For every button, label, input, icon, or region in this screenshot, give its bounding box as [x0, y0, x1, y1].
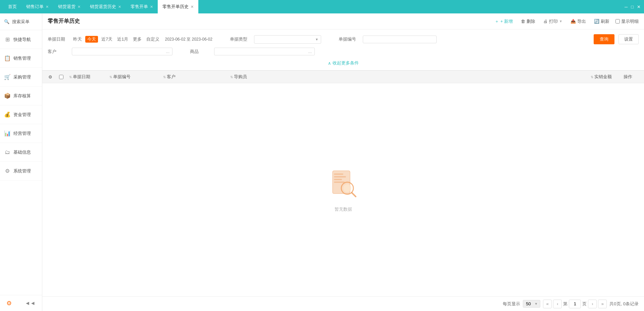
page-title: 零售开单历史: [48, 18, 80, 25]
content-area: 零售开单历史 ＋ + 新增 🗑 删除 🖨 打印 ▼ 📤 导出: [42, 13, 644, 311]
svg-point-6: [343, 184, 351, 192]
th-customer[interactable]: ⇅ 客户: [160, 74, 228, 80]
date-shortcut-yesterday[interactable]: 昨天: [72, 36, 83, 43]
last-page-icon: »: [601, 301, 604, 306]
date-shortcut-1month[interactable]: 近1月: [116, 36, 130, 43]
sidebar-item-finance[interactable]: 💰 资金管理: [0, 105, 42, 124]
show-detail-input[interactable]: [615, 19, 620, 23]
finance-icon: 💰: [4, 111, 11, 118]
query-button[interactable]: 查询: [594, 34, 614, 44]
th-num[interactable]: ⇅ 单据编号: [107, 74, 160, 80]
th-amount[interactable]: ⇅ 实销金额: [581, 74, 614, 80]
tab-close-sales-return-history[interactable]: ✕: [118, 5, 121, 9]
tab-close-retail-open[interactable]: ✕: [150, 5, 153, 9]
sort-icon-date: ⇅: [69, 75, 72, 79]
delete-button[interactable]: 🗑 删除: [519, 17, 537, 26]
tab-home[interactable]: 首页: [3, 0, 21, 13]
settings-button[interactable]: 设置: [618, 34, 639, 44]
num-input-wrap: [363, 36, 437, 43]
type-select[interactable]: [254, 35, 321, 44]
next-page-icon: ›: [592, 301, 593, 306]
date-shortcut-7days[interactable]: 近7天: [100, 36, 114, 43]
sys-mgmt-icon: ⚙: [4, 168, 11, 174]
th-check[interactable]: [56, 75, 66, 79]
tab-close-sales-order[interactable]: ✕: [46, 5, 49, 9]
page-number-input[interactable]: [569, 300, 581, 308]
sidebar-item-sys-mgmt[interactable]: ⚙ 系统管理: [0, 162, 42, 180]
sort-icon-salesperson: ⇅: [230, 75, 233, 79]
page-suffix: 页: [582, 301, 587, 307]
sidebar-collapse-btn[interactable]: ◄◄: [25, 300, 36, 306]
th-salesperson[interactable]: ⇅ 导购员: [228, 74, 268, 80]
table-wrap: ⚙ ⇅ 单据日期 ⇅ 单据编号 ⇅ 客户 ⇅: [42, 70, 644, 311]
operation-icon: 📊: [4, 130, 11, 137]
type-select-wrap: [254, 35, 321, 44]
first-page-btn[interactable]: «: [543, 300, 552, 308]
table-settings-icon[interactable]: ⚙: [48, 74, 52, 80]
next-page-btn[interactable]: ›: [588, 300, 597, 308]
th-date[interactable]: ⇅ 单据日期: [66, 74, 107, 80]
svg-line-7: [352, 193, 356, 197]
goods-input-wrap: ...: [214, 48, 315, 55]
tab-close-retail-history[interactable]: ✕: [191, 5, 194, 9]
toolbar: ＋ + 新增 🗑 删除 🖨 打印 ▼ 📤 导出 🔄: [493, 17, 639, 26]
per-page-select[interactable]: 20 50 100: [523, 300, 540, 308]
collapse-filter-btn[interactable]: ∧ 收起更多条件: [48, 59, 639, 67]
empty-state: 暂无数据: [42, 83, 644, 296]
goods-input[interactable]: [217, 49, 308, 54]
num-input[interactable]: [366, 37, 434, 42]
new-button[interactable]: ＋ + 新增: [493, 17, 515, 26]
sidebar-item-basic-info[interactable]: 🗂 基础信息: [0, 143, 42, 162]
prev-page-btn[interactable]: ‹: [553, 300, 562, 308]
sidebar-item-operation[interactable]: 📊 经营管理: [0, 124, 42, 143]
sidebar-bottom: ⚙ ◄◄: [0, 295, 42, 311]
maximize-btn[interactable]: □: [631, 4, 634, 9]
close-window-btn[interactable]: ✕: [637, 4, 641, 9]
date-shortcuts: 昨天 今天 近7天 近1月 更多 自定义: [72, 36, 161, 43]
print-button[interactable]: 🖨 打印 ▼: [541, 17, 564, 26]
tab-sales-return[interactable]: 销货退货 ✕: [53, 0, 85, 13]
page-nav: « ‹ 第 页 › »: [543, 300, 607, 308]
date-shortcut-more[interactable]: 更多: [132, 36, 143, 43]
tab-sales-order[interactable]: 销售订单 ✕: [21, 0, 53, 13]
sidebar-item-purchase-mgmt[interactable]: 🛒 采购管理: [0, 68, 42, 87]
filter-row-2: 客户 ... 商品 ...: [48, 48, 639, 55]
goods-filter-label: 商品: [190, 49, 210, 55]
customer-filter-label: 客户: [48, 49, 68, 55]
sidebar-item-sales-mgmt[interactable]: 📋 销售管理: [0, 49, 42, 68]
goods-ellipsis[interactable]: ...: [308, 49, 312, 54]
tab-sales-return-history[interactable]: 销货退货历史 ✕: [85, 0, 126, 13]
tab-retail-open[interactable]: 零售开单 ✕: [126, 0, 158, 13]
sidebar-item-quick-nav[interactable]: ⊞ 快捷导航: [0, 30, 42, 49]
refresh-icon: 🔄: [594, 19, 599, 24]
tab-close-sales-return[interactable]: ✕: [78, 5, 81, 9]
num-filter-label: 单据编号: [339, 36, 359, 42]
collapse-icon: ∧: [328, 61, 331, 66]
pagination: 每页显示 20 50 100 « ‹ 第: [42, 296, 644, 311]
minimize-btn[interactable]: ─: [625, 4, 628, 9]
refresh-button[interactable]: 🔄 刷新: [592, 17, 611, 26]
empty-text: 暂无数据: [335, 206, 352, 212]
date-shortcut-today[interactable]: 今天: [85, 36, 98, 43]
customer-input[interactable]: [75, 49, 166, 54]
sidebar-search[interactable]: 🔍 搜索采单: [0, 13, 42, 30]
export-button[interactable]: 📤 导出: [568, 17, 588, 26]
tab-retail-history[interactable]: 零售开单历史 ✕: [158, 0, 198, 13]
page-header: 零售开单历史 ＋ + 新增 🗑 删除 🖨 打印 ▼ 📤 导出: [42, 13, 644, 30]
select-all-checkbox[interactable]: [59, 75, 63, 79]
first-page-icon: «: [546, 301, 549, 306]
filter-area: 单据日期 昨天 今天 近7天 近1月 更多 自定义 2023-06-02 至 2…: [42, 30, 644, 70]
empty-icon: [327, 167, 360, 201]
sort-icon-amount: ⇅: [591, 75, 593, 79]
sidebar-settings-btn[interactable]: ⚙: [6, 300, 12, 307]
print-icon: 🖨: [543, 19, 548, 24]
customer-input-wrap: ...: [72, 48, 172, 55]
show-detail-checkbox[interactable]: 显示明细: [615, 18, 639, 24]
last-page-btn[interactable]: »: [598, 300, 607, 308]
main-layout: 🔍 搜索采单 ⊞ 快捷导航 📋 销售管理 🛒 采购管理 📦 库存核算 💰 资金管…: [0, 13, 644, 311]
sidebar-item-inventory[interactable]: 📦 库存核算: [0, 87, 42, 105]
th-settings[interactable]: ⚙: [45, 74, 56, 80]
date-shortcut-custom[interactable]: 自定义: [145, 36, 161, 43]
window-controls: ─ □ ✕: [625, 4, 641, 9]
customer-ellipsis[interactable]: ...: [166, 49, 169, 54]
